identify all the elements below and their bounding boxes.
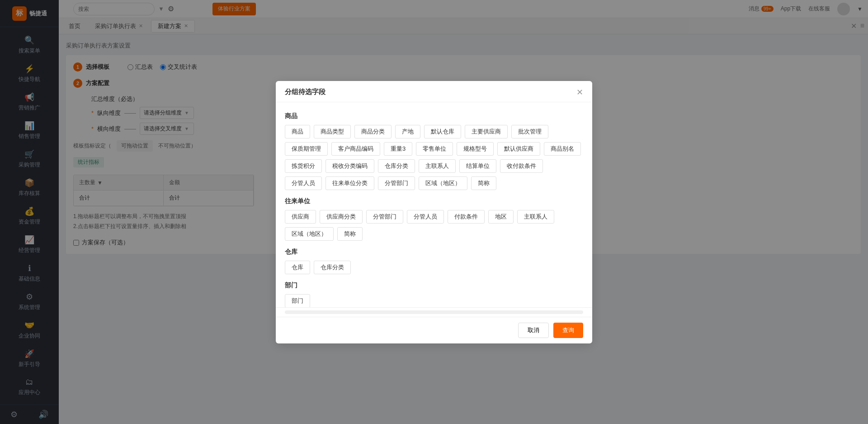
field-tag-0-22[interactable]: 分管部门: [378, 176, 415, 190]
field-tag-0-18[interactable]: 结算单位: [459, 159, 496, 173]
field-tag-0-6[interactable]: 批次管理: [511, 125, 548, 138]
modal-section-fields-2: 仓库仓库分类: [285, 261, 583, 274]
modal-overlay: 分组待选字段 ✕ 商品商品商品类型商品分类产地默认仓库主要供应商批次管理保质期管…: [0, 0, 868, 424]
field-tag-1-7[interactable]: 区域（地区）: [285, 227, 334, 241]
confirm-button[interactable]: 查询: [553, 323, 583, 338]
field-tag-0-17[interactable]: 主联系人: [419, 159, 456, 173]
modal-section-fields-0: 商品商品类型商品分类产地默认仓库主要供应商批次管理保质期管理客户商品编码重量3零…: [285, 125, 583, 190]
modal-section-fields-3: 部门: [285, 294, 583, 307]
field-tag-0-7[interactable]: 保质期管理: [285, 142, 328, 156]
modal-section-title-3: 部门: [285, 281, 583, 290]
modal-close-button[interactable]: ✕: [576, 87, 583, 97]
field-tag-0-13[interactable]: 商品别名: [544, 142, 581, 156]
field-tag-0-16[interactable]: 仓库分类: [378, 159, 415, 173]
cancel-button[interactable]: 取消: [518, 323, 549, 338]
modal-section-title-0: 商品: [285, 112, 583, 120]
field-tag-0-0[interactable]: 商品: [285, 125, 310, 138]
field-tag-1-2[interactable]: 分管部门: [366, 210, 403, 224]
field-tag-1-1[interactable]: 供应商分类: [320, 210, 363, 224]
modal-scrollbar-area: [276, 307, 592, 317]
modal: 分组待选字段 ✕ 商品商品商品类型商品分类产地默认仓库主要供应商批次管理保质期管…: [276, 81, 592, 343]
field-tag-0-1[interactable]: 商品类型: [314, 125, 351, 138]
field-tag-0-21[interactable]: 往来单位分类: [326, 176, 374, 190]
field-tag-2-1[interactable]: 仓库分类: [314, 261, 351, 274]
field-tag-1-8[interactable]: 简称: [337, 227, 363, 241]
field-tag-1-0[interactable]: 供应商: [285, 210, 316, 224]
field-tag-0-11[interactable]: 规格型号: [457, 142, 494, 156]
modal-section-title-1: 往来单位: [285, 197, 583, 205]
field-tag-0-8[interactable]: 客户商品编码: [331, 142, 380, 156]
field-tag-0-4[interactable]: 默认仓库: [424, 125, 461, 138]
h-scrollbar[interactable]: [285, 310, 583, 314]
modal-header: 分组待选字段 ✕: [276, 81, 592, 102]
field-tag-1-6[interactable]: 主联系人: [517, 210, 554, 224]
field-tag-0-10[interactable]: 零售单位: [416, 142, 453, 156]
field-tag-0-3[interactable]: 产地: [395, 125, 420, 138]
field-tag-0-12[interactable]: 默认供应商: [497, 142, 540, 156]
modal-section-fields-1: 供应商供应商分类分管部门分管人员付款条件地区主联系人区域（地区）简称: [285, 210, 583, 241]
field-tag-0-24[interactable]: 简称: [471, 176, 496, 190]
field-tag-0-14[interactable]: 拣货积分: [285, 159, 322, 173]
field-tag-3-0[interactable]: 部门: [285, 294, 310, 307]
modal-title: 分组待选字段: [285, 88, 326, 96]
field-tag-0-19[interactable]: 收付款条件: [500, 159, 543, 173]
field-tag-1-3[interactable]: 分管人员: [407, 210, 444, 224]
field-tag-0-2[interactable]: 商品分类: [354, 125, 392, 138]
field-tag-0-20[interactable]: 分管人员: [285, 176, 322, 190]
modal-body: 商品商品商品类型商品分类产地默认仓库主要供应商批次管理保质期管理客户商品编码重量…: [276, 102, 592, 307]
field-tag-1-4[interactable]: 付款条件: [448, 210, 485, 224]
modal-section-title-2: 仓库: [285, 248, 583, 256]
h-scrollbar-container[interactable]: [285, 309, 583, 316]
field-tag-2-0[interactable]: 仓库: [285, 261, 310, 274]
field-tag-0-9[interactable]: 重量3: [384, 142, 412, 156]
modal-footer: 取消 查询: [276, 317, 592, 343]
field-tag-0-15[interactable]: 税收分类编码: [326, 159, 374, 173]
field-tag-1-5[interactable]: 地区: [488, 210, 514, 224]
field-tag-0-5[interactable]: 主要供应商: [465, 125, 508, 138]
field-tag-0-23[interactable]: 区域（地区）: [419, 176, 467, 190]
